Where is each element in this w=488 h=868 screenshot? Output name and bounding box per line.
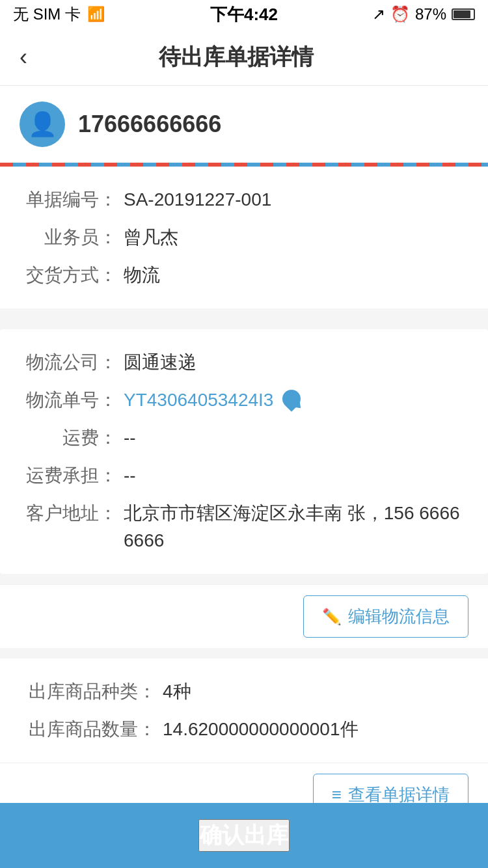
avatar: 👤 xyxy=(20,102,65,147)
basic-info-section: 单据编号： SA-20191227-001 业务员： 曾凡杰 交货方式： 物流 xyxy=(0,167,488,308)
customer-header: 👤 17666666666 xyxy=(0,86,488,163)
value-goods-quantity: 14.620000000000001件 xyxy=(163,716,462,743)
status-time: 下午4:42 xyxy=(210,3,278,26)
goods-section: 出库商品种类： 4种 出库商品数量： 14.620000000000001件 xyxy=(0,658,488,763)
label-logistics-company: 物流公司： xyxy=(26,349,117,376)
info-row-freight-bearer: 运费承担： -- xyxy=(26,462,462,489)
label-goods-types: 出库商品种类： xyxy=(26,678,156,705)
info-row-logistics-company: 物流公司： 圆通速递 xyxy=(26,349,462,376)
back-button[interactable]: ‹ xyxy=(20,44,27,71)
detail-icon: ≡ xyxy=(332,785,342,805)
value-salesperson: 曾凡杰 xyxy=(124,224,462,251)
label-customer-address: 客户地址： xyxy=(26,500,117,527)
battery-icon xyxy=(452,8,475,20)
info-row-freight: 运费： -- xyxy=(26,424,462,452)
value-customer-address: 北京市市辖区海淀区永丰南 张，156 6666 6666 xyxy=(124,500,462,554)
info-row-goods-types: 出库商品种类： 4种 xyxy=(26,678,462,705)
info-row-salesperson: 业务员： 曾凡杰 xyxy=(26,224,462,251)
value-goods-types: 4种 xyxy=(163,678,462,705)
value-freight: -- xyxy=(124,424,462,452)
label-salesperson: 业务员： xyxy=(26,224,117,251)
battery-percent: 87% xyxy=(415,5,446,23)
status-right: ↗ ⏰ 87% xyxy=(372,5,475,23)
logistics-card: 物流公司： 圆通速递 物流单号： YT43064053424I3 运费： -- … xyxy=(0,329,488,574)
label-goods-quantity: 出库商品数量： xyxy=(26,716,156,743)
label-freight: 运费： xyxy=(26,424,117,452)
label-delivery-method: 交货方式： xyxy=(26,262,117,289)
status-left: 无 SIM 卡 📶 xyxy=(13,4,105,25)
edit-logistics-row: ✏️ 编辑物流信息 xyxy=(0,584,488,648)
edit-logistics-label: 编辑物流信息 xyxy=(348,605,450,628)
value-logistics-company: 圆通速递 xyxy=(124,349,462,376)
nav-bar: ‹ 待出库单据详情 xyxy=(0,29,488,86)
status-bar: 无 SIM 卡 📶 下午4:42 ↗ ⏰ 87% xyxy=(0,0,488,29)
customer-phone: 17666666666 xyxy=(78,111,221,138)
label-freight-bearer: 运费承担： xyxy=(26,462,117,489)
value-document-number: SA-20191227-001 xyxy=(124,186,462,213)
carrier-label: 无 SIM 卡 xyxy=(13,4,81,25)
edit-icon: ✏️ xyxy=(322,608,342,626)
info-row-customer-address: 客户地址： 北京市市辖区海淀区永丰南 张，156 6666 6666 xyxy=(26,500,462,554)
location-icon: ↗ xyxy=(372,5,385,23)
wifi-icon: 📶 xyxy=(87,6,105,23)
avatar-icon: 👤 xyxy=(28,111,57,138)
info-row-delivery-method: 交货方式： 物流 xyxy=(26,262,462,289)
info-row-tracking-number: 物流单号： YT43064053424I3 xyxy=(26,387,462,414)
confirm-outbound-button[interactable]: 确认出库 xyxy=(198,819,290,852)
label-document-number: 单据编号： xyxy=(26,186,117,213)
info-row-document-number: 单据编号： SA-20191227-001 xyxy=(26,186,462,213)
info-row-goods-quantity: 出库商品数量： 14.620000000000001件 xyxy=(26,716,462,743)
gray-separator-2 xyxy=(0,648,488,658)
gray-separator-1 xyxy=(0,319,488,329)
value-tracking-number: YT43064053424I3 xyxy=(124,387,462,414)
label-tracking-number: 物流单号： xyxy=(26,387,117,414)
location-pin-icon[interactable] xyxy=(279,386,305,412)
alarm-icon: ⏰ xyxy=(390,5,410,23)
edit-logistics-button[interactable]: ✏️ 编辑物流信息 xyxy=(303,595,468,638)
page-title: 待出库单据详情 xyxy=(40,42,432,72)
value-freight-bearer: -- xyxy=(124,462,462,489)
value-delivery-method: 物流 xyxy=(124,262,462,289)
confirm-area: 确认出库 xyxy=(0,803,488,868)
